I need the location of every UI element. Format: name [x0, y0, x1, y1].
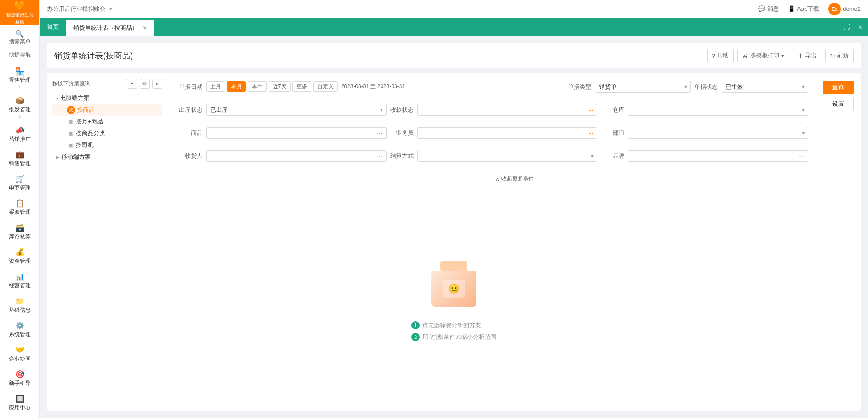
settlement-label: 结算方式: [387, 152, 414, 160]
industry-dropdown[interactable]: ▾: [109, 6, 112, 12]
app-download-btn[interactable]: 📱 App下载: [788, 5, 819, 13]
salesperson-field[interactable]: ···: [417, 127, 598, 139]
sales-icon: 💼: [15, 150, 24, 159]
by-category-icon: ▦: [67, 130, 74, 137]
date-this-year-btn[interactable]: 本年: [248, 81, 267, 92]
help-btn[interactable]: ? 帮助: [707, 49, 734, 62]
date-more-btn[interactable]: 更多: [292, 81, 311, 92]
warehouse-select[interactable]: [628, 104, 808, 116]
salesperson-label: 业务员: [387, 129, 414, 137]
tree-group-mobile[interactable]: ▶ 移动端方案: [52, 151, 162, 163]
page-content: 销货单统计表(按商品) ? 帮助 🖨 按模板打印 ▾ ⬇ 导出: [40, 36, 868, 418]
query-btn[interactable]: 查询: [823, 81, 854, 94]
department-select[interactable]: [628, 127, 808, 139]
sidebar-item-apps[interactable]: 🔲 应用中心: [0, 391, 39, 415]
sidebar-item-ecommerce[interactable]: 🛒 电商管理: [0, 171, 39, 195]
brand-field[interactable]: ···: [628, 150, 808, 162]
tree-item-by-category-label: 按商品分类: [76, 129, 105, 138]
salesperson-dots: ···: [588, 129, 594, 137]
date-7days-btn[interactable]: 近7天: [269, 81, 291, 92]
product-label: 商品: [175, 129, 203, 137]
sidebar-item-basic[interactable]: 📁 基础信息: [0, 293, 39, 318]
sidebar-item-purchase[interactable]: 📋 采购管理: [0, 195, 39, 220]
sidebar: 🧡 畅捷信好生意 标版 🔍 搜索菜单 快捷导航 🏪 零售管理 ▾ 📦 批发管理 …: [0, 0, 40, 418]
sidebar-item-finance[interactable]: 💰 资金管理: [0, 244, 39, 269]
product-field[interactable]: ···: [206, 127, 387, 139]
wholesale-arrow: ▴: [19, 114, 21, 119]
department-label: 部门: [597, 129, 624, 137]
sidebar-item-newbie[interactable]: 🎯 新手引导: [0, 366, 39, 391]
topbar: 办公用品行业模拟账套 ▾ 💬 消息 📱 App下载 Ea demo2: [40, 0, 868, 18]
apps-icon: 🔲: [15, 394, 24, 403]
inventory-icon: 🗃️: [15, 223, 24, 232]
tree-collapse-btn[interactable]: «: [152, 79, 162, 89]
sidebar-item-retail[interactable]: 🏪 零售管理 ▾: [0, 63, 39, 93]
filter-payment-item: 收款状态 ···: [387, 104, 598, 116]
date-last-month-btn[interactable]: 上月: [206, 81, 225, 92]
filter-date-item: 单据日期 上月 本月 本年 近7天 更多 自定义: [175, 81, 564, 92]
date-custom-btn[interactable]: 自定义: [313, 81, 338, 92]
export-btn[interactable]: ⬇ 导出: [793, 49, 821, 62]
refresh-icon: ↻: [830, 52, 835, 59]
docstatus-label: 单据状态: [691, 83, 718, 91]
search-menu[interactable]: 🔍 搜索菜单: [9, 25, 31, 48]
sidebar-item-operation[interactable]: 📊 经营管理: [0, 269, 39, 293]
export-icon: ⬇: [798, 52, 803, 59]
finance-icon: 💰: [15, 248, 24, 256]
sidebar-item-wechat[interactable]: 💬 企业微信: [0, 415, 39, 418]
filter-outstatus-item: 出库状态 已出库: [175, 104, 387, 116]
tree-item-by-machine[interactable]: ▦ 按司机: [52, 139, 162, 151]
sidebar-item-enterprise[interactable]: 🤝 企业协同: [0, 342, 39, 366]
industry-name: 办公用品行业模拟账套: [47, 5, 106, 13]
message-btn[interactable]: 💬 消息: [758, 5, 779, 13]
quick-nav[interactable]: 快捷导航: [9, 48, 31, 62]
app-subtitle: 标版: [15, 19, 24, 25]
message-icon: 💬: [758, 5, 765, 12]
refresh-btn[interactable]: ↻ 刷新: [825, 49, 854, 62]
tree-item-by-product[interactable]: 按 按商品: [52, 104, 162, 116]
app-name: 畅捷信好生意: [6, 12, 33, 18]
outstatus-select[interactable]: 已出库: [206, 104, 387, 116]
receiver-field[interactable]: ···: [206, 150, 387, 162]
enterprise-icon: 🤝: [15, 346, 24, 354]
payment-label: 收款状态: [387, 106, 414, 114]
sidebar-item-sales[interactable]: 💼 销售管理: [0, 147, 39, 171]
user-avatar-area[interactable]: Ea demo2: [828, 3, 861, 15]
date-this-month-btn[interactable]: 本月: [227, 81, 246, 92]
tree-add-btn[interactable]: +: [127, 79, 137, 89]
main-card: 按以下方案查询 + ✏ « ▾ 电脑端方案: [47, 73, 861, 411]
collapse-btn[interactable]: ∧ 收起更多条件: [175, 173, 854, 185]
tree-item-by-month-product[interactable]: ▦ 按月+商品: [52, 116, 162, 128]
content-area: 销货单统计表(按商品) ? 帮助 🖨 按模板打印 ▾ ⬇ 导出: [40, 36, 868, 418]
hint-num-1: 1: [411, 321, 420, 329]
print-icon: 🖨: [742, 52, 748, 59]
tree-item-by-product-label: 按商品: [77, 106, 94, 114]
print-dropdown-icon: ▾: [781, 52, 784, 59]
sidebar-item-system[interactable]: ⚙️ 系统管理: [0, 318, 39, 342]
close-tab-icon[interactable]: ✕: [858, 24, 863, 31]
maximize-icon[interactable]: ⛶: [843, 23, 850, 31]
tab-close-report[interactable]: ✕: [142, 25, 147, 31]
tree-edit-btn[interactable]: ✏: [140, 79, 150, 89]
sidebar-item-marketing[interactable]: 📣 营销推广: [0, 122, 39, 147]
tab-report[interactable]: 销货单统计表（按商品） ✕: [66, 20, 154, 36]
sidebar-item-inventory[interactable]: 🗃️ 库存核算: [0, 220, 39, 244]
warehouse-select-wrapper: [628, 104, 808, 116]
print-btn[interactable]: 🖨 按模板打印 ▾: [737, 49, 789, 62]
filter-tree: 按以下方案查询 + ✏ « ▾ 电脑端方案: [47, 73, 168, 192]
main-area: 办公用品行业模拟账套 ▾ 💬 消息 📱 App下载 Ea demo2 首页 销货…: [40, 0, 868, 418]
payment-dots: ···: [588, 106, 594, 114]
filter-row-1: 单据日期 上月 本月 本年 近7天 更多 自定义: [175, 81, 808, 93]
filter-docstatus-item: 单据状态 已生效: [691, 81, 808, 93]
settlement-select[interactable]: [417, 150, 598, 162]
tree-group-desktop[interactable]: ▾ 电脑端方案: [52, 92, 162, 104]
docstatus-select[interactable]: 已生效: [722, 81, 808, 93]
tree-item-by-category[interactable]: ▦ 按商品分类: [52, 128, 162, 139]
tab-home[interactable]: 首页: [40, 18, 66, 36]
payment-field[interactable]: ···: [417, 104, 598, 116]
help-icon: ?: [712, 52, 715, 59]
settings-btn[interactable]: 设置: [823, 97, 854, 111]
doctype-select[interactable]: 销货单: [595, 81, 691, 93]
topbar-left: 办公用品行业模拟账套 ▾: [47, 5, 112, 13]
sidebar-item-wholesale[interactable]: 📦 批发管理 ▴: [0, 93, 39, 122]
